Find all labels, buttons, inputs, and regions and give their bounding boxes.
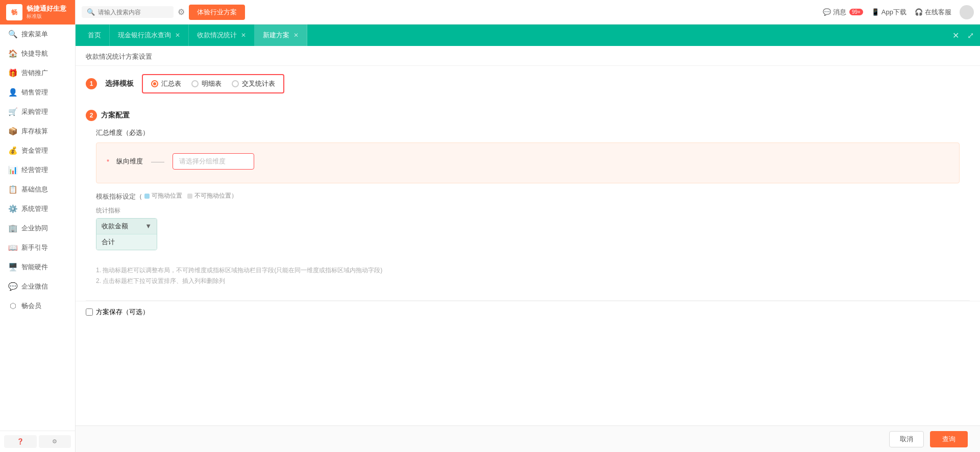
vertical-dim-label: 纵向维度 (116, 157, 143, 166)
search-box[interactable]: 🔍 (82, 6, 174, 18)
tip-item-2: 2. 点击标题栏下拉可设置排序、插入列和删除列 (96, 276, 960, 287)
sidebar-label-inventory: 库存核算 (21, 127, 48, 136)
tab-new-plan-close[interactable]: ✕ (293, 32, 299, 39)
notification-badge: 99+ (849, 9, 863, 15)
message-icon: 💬 (823, 8, 831, 16)
topbar: 🔍 ⚙ 体验行业方案 💬 消息 99+ 📱 App下载 🎧 在线客服 (76, 0, 980, 25)
radio-summary-circle (151, 80, 158, 87)
radio-group-template: 汇总表 明细表 交叉统计表 (151, 79, 275, 88)
radio-summary-label: 汇总表 (161, 79, 181, 88)
support-label: 在线客服 (925, 8, 951, 17)
sidebar-item-hardware[interactable]: 🖥️ 智能硬件 (0, 257, 75, 277)
search-input[interactable] (98, 9, 159, 16)
download-icon: 📱 (871, 8, 879, 16)
tab-receipt-stats[interactable]: 收款情况统计 ✕ (189, 25, 255, 46)
non-draggable-indicator: 不可拖动位置） (187, 192, 237, 200)
metrics-label-row: 模板指标设定（ 可拖动位置 不可拖动位置） (96, 192, 960, 201)
dimension-row: * 纵向维度 —— 请选择分组维度 (107, 153, 949, 170)
page-content: 收款情况统计方案设置 1 选择模板 汇总表 (76, 46, 980, 425)
sidebar-item-system[interactable]: ⚙️ 系统管理 (0, 199, 75, 219)
tabbar-right: ✕ ⤢ (950, 29, 976, 42)
logo-name: 畅捷通好生意 (27, 5, 66, 13)
gear-settings-icon[interactable]: ⚙ (178, 7, 185, 17)
radio-cross[interactable]: 交叉统计表 (232, 79, 275, 88)
sidebar-label-member: 畅会员 (21, 301, 41, 311)
required-star: * (107, 158, 109, 165)
sidebar-label-finance: 资金管理 (21, 146, 48, 155)
radio-summary[interactable]: 汇总表 (151, 79, 181, 88)
sidebar-item-purchase[interactable]: 🛒 采购管理 (0, 102, 75, 122)
radio-detail[interactable]: 明细表 (191, 79, 222, 88)
tab-bank-flow-close[interactable]: ✕ (175, 32, 180, 39)
step2-section: 2 方案配置 汇总维度（必选） * 纵向维度 —— 请选择分组维度 (76, 110, 980, 300)
support-icon: 🎧 (915, 8, 923, 16)
logo-text-group: 畅捷通好生意 标准版 (27, 5, 66, 20)
radio-cross-circle (232, 80, 239, 87)
sidebar-item-sales[interactable]: 👤 销售管理 (0, 83, 75, 102)
footer-bar: 取消 查询 (76, 425, 980, 452)
metrics-section: 模板指标设定（ 可拖动位置 不可拖动位置） (86, 183, 970, 260)
sidebar-item-basic-info[interactable]: 📋 基础信息 (0, 180, 75, 199)
page-header: 收款情况统计方案设置 (76, 46, 980, 66)
metrics-header[interactable]: 收款金额 ▼ (96, 219, 157, 234)
save-checkbox[interactable] (86, 308, 93, 316)
sidebar-item-marketing[interactable]: 🎁 营销推广 (0, 63, 75, 83)
user-avatar[interactable] (960, 5, 974, 19)
query-button[interactable]: 查询 (930, 431, 968, 447)
sidebar-item-finance[interactable]: 💰 资金管理 (0, 141, 75, 160)
sidebar-item-cooperation[interactable]: 🏢 企业协同 (0, 219, 75, 238)
tabbar: 首页 现金银行流水查询 ✕ 收款情况统计 ✕ 新建方案 ✕ ✕ ⤢ (76, 25, 980, 46)
tab-receipt-stats-close[interactable]: ✕ (241, 32, 246, 39)
tab-bank-flow[interactable]: 现金银行流水查询 ✕ (110, 25, 189, 46)
metrics-dropdown-icon[interactable]: ▼ (145, 222, 152, 230)
metrics-col-title: 收款金额 (102, 222, 128, 231)
gift-icon: 🎁 (8, 68, 17, 78)
notification-btn[interactable]: 💬 消息 99+ (823, 8, 863, 17)
sidebar-item-guide[interactable]: 📖 新手引导 (0, 238, 75, 257)
step1-section: 1 选择模板 汇总表 明细表 (76, 66, 980, 110)
chart-icon: 📊 (8, 165, 17, 175)
stats-label-col: 统计指标 (96, 206, 120, 218)
page-title: 收款情况统计方案设置 (86, 53, 152, 60)
sidebar-settings-btn[interactable]: ⚙ (39, 435, 71, 448)
step2-title-row: 2 方案配置 (86, 110, 970, 121)
tab-new-plan[interactable]: 新建方案 ✕ (255, 25, 307, 46)
tab-home-label: 首页 (88, 31, 101, 40)
sidebar-logo: 畅 畅捷通好生意 标准版 (0, 0, 75, 25)
subsection-title-dimension: 汇总维度（必选） (86, 128, 970, 137)
sidebar-bottom: ❓ ⚙ (0, 431, 75, 452)
sidebar-item-wechat[interactable]: 💬 企业微信 (0, 277, 75, 296)
company-icon: 🏢 (8, 224, 17, 233)
sidebar-label-guide: 新手引导 (21, 243, 48, 252)
support-btn[interactable]: 🎧 在线客服 (915, 8, 951, 17)
cancel-button[interactable]: 取消 (889, 431, 924, 447)
close-window-icon[interactable]: ✕ (950, 29, 961, 42)
sidebar-item-quick-nav[interactable]: 🏠 快捷导航 (0, 44, 75, 63)
trial-button[interactable]: 体验行业方案 (189, 5, 245, 20)
sidebar-label-system: 系统管理 (21, 204, 48, 213)
member-icon: ⬡ (8, 301, 17, 311)
tab-bank-flow-label: 现金银行流水查询 (118, 31, 171, 40)
dimension-select[interactable]: 请选择分组维度 (173, 153, 254, 170)
sidebar-label-sales: 销售管理 (21, 88, 48, 97)
metrics-subtotal-cell: 合计 (96, 234, 157, 250)
save-area: 方案保存（可选） (76, 301, 980, 323)
search-icon: 🔍 (87, 8, 95, 16)
content-area: 收款情况统计方案设置 1 选择模板 汇总表 (76, 46, 980, 425)
cart-icon: 🛒 (8, 107, 17, 116)
radio-detail-label: 明细表 (202, 79, 222, 88)
sidebar-item-inventory[interactable]: 📦 库存核算 (0, 122, 75, 141)
tips-section: 1. 拖动标题栏可以调整布局，不可跨维度或指标区域拖动栏目字段(只能在同一维度或… (86, 260, 970, 292)
step1-label: 选择模板 (105, 79, 134, 88)
sidebar-help-btn[interactable]: ❓ (4, 435, 37, 448)
sidebar-item-operation[interactable]: 📊 经营管理 (0, 160, 75, 180)
money-icon: 💰 (8, 146, 17, 155)
sidebar-item-member[interactable]: ⬡ 畅会员 (0, 296, 75, 316)
download-btn[interactable]: 📱 App下载 (871, 8, 906, 17)
sidebar-item-search[interactable]: 🔍 搜索菜单 (0, 25, 75, 44)
arrow-icon: —— (151, 158, 164, 165)
metrics-label-text: 模板指标设定（ 可拖动位置 不可拖动位置） (96, 192, 237, 201)
tab-home[interactable]: 首页 (80, 25, 110, 46)
maximize-window-icon[interactable]: ⤢ (965, 29, 976, 42)
topbar-actions: 💬 消息 99+ 📱 App下载 🎧 在线客服 (823, 5, 974, 19)
